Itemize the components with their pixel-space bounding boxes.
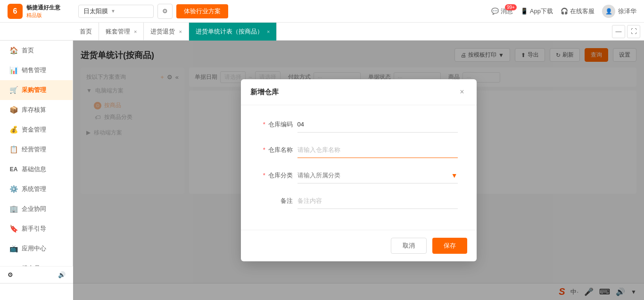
tab-purchase-stats-close-icon[interactable]: × (267, 29, 270, 34)
sound-icon[interactable]: 🔊 (58, 271, 66, 278)
system-icon: ⚙️ (9, 185, 18, 193)
sidebar-item-finance[interactable]: 💰 资金管理 (0, 120, 73, 140)
sidebar-item-sales[interactable]: 📊 销售管理 (0, 60, 73, 80)
required-star-category: * (263, 172, 265, 179)
category-label: * 仓库分类 (260, 171, 293, 180)
message-button[interactable]: 💬 消息 99+ (491, 7, 513, 16)
sidebar-item-enterprise-label: 企业协同 (22, 205, 46, 213)
top-center: 日太阳膜 ▼ ⚙ 体验行业方案 (78, 4, 491, 19)
sidebar-bottom: ⚙ 🔊 (0, 266, 73, 283)
top-right: 💬 消息 99+ 📱 App下载 🎧 在线客服 👤 徐泽华 (491, 5, 636, 18)
warehouse-name-input[interactable] (297, 142, 458, 158)
online-service-button[interactable]: 🎧 在线客服 (561, 7, 594, 16)
sidebar-item-enterprise[interactable]: 🏢 企业协同 (0, 199, 73, 219)
warehouse-code-input[interactable] (297, 117, 458, 133)
sidebar-item-purchase-label: 采购管理 (22, 86, 46, 94)
home-icon: 🏠 (9, 46, 18, 55)
sidebar-item-operations[interactable]: 📋 经营管理 (0, 140, 73, 159)
finance-icon: 💰 (9, 125, 18, 134)
app-download-icon: 📱 (520, 8, 528, 15)
sidebar-item-operations-label: 经营管理 (22, 145, 46, 154)
tab-account-label: 账套管理 (106, 27, 130, 36)
sidebar-item-app-center[interactable]: 📺 应用中心 (0, 239, 73, 258)
tab-purchase-return-label: 进货退货 (150, 27, 175, 36)
logo-icon: 6 (8, 4, 23, 19)
sidebar: 🏠 首页 📊 销售管理 🛒 采购管理 📦 库存核算 💰 资金管理 📋 经营管理 … (0, 41, 73, 300)
form-row-note: 备注 (260, 193, 458, 209)
code-label: * 仓库编码 (260, 120, 293, 129)
store-arrow-icon: ▼ (111, 8, 116, 14)
main-layout: 🏠 首页 📊 销售管理 🛒 采购管理 📦 库存核算 💰 资金管理 📋 经营管理 … (0, 41, 644, 300)
sales-icon: 📊 (9, 66, 18, 75)
tab-expand-button[interactable]: ⛶ (627, 25, 640, 38)
gear-button[interactable]: ⚙ (157, 4, 173, 19)
required-star-name: * (263, 146, 265, 153)
inventory-icon: 📦 (9, 106, 18, 114)
tab-purchase-return[interactable]: 进货退货 × (144, 23, 189, 41)
tab-home[interactable]: 首页 (73, 23, 99, 41)
user-name: 徐泽华 (618, 7, 636, 16)
sidebar-item-finance-label: 资金管理 (22, 125, 46, 134)
operations-icon: 📋 (9, 145, 18, 154)
basic-info-icon: EA (9, 165, 18, 174)
sidebar-item-system[interactable]: ⚙️ 系统管理 (0, 179, 73, 199)
category-select-input[interactable] (297, 170, 451, 181)
settings-bottom-icon[interactable]: ⚙ (8, 271, 13, 278)
sidebar-item-purchase[interactable]: 🛒 采购管理 (0, 80, 73, 100)
logo-area: 6 畅捷通好生意 精品版 (8, 4, 78, 19)
sidebar-item-home[interactable]: 🏠 首页 (0, 41, 73, 60)
top-header: 6 畅捷通好生意 精品版 日太阳膜 ▼ ⚙ 体验行业方案 💬 消息 99+ 📱 … (0, 0, 644, 23)
headset-icon: 🎧 (561, 8, 568, 15)
sidebar-item-system-label: 系统管理 (22, 185, 46, 193)
trial-button[interactable]: 体验行业方案 (176, 4, 228, 18)
sidebar-item-basic-info-label: 基础信息 (22, 165, 46, 174)
name-label: * 仓库名称 (260, 146, 293, 154)
modal-header: 新增仓库 × (241, 79, 477, 105)
tab-purchase-stats-label: 进货单统计表（按商品） (196, 27, 263, 36)
warehouse-note-input[interactable] (297, 193, 458, 209)
tab-account[interactable]: 账套管理 × (99, 23, 144, 41)
tabs-bar: 首页 账套管理 × 进货退货 × 进货单统计表（按商品） × — ⛶ (0, 23, 644, 41)
sidebar-item-guide[interactable]: 🔖 新手引导 (0, 219, 73, 239)
sidebar-item-guide-label: 新手引导 (22, 225, 46, 233)
content-area: 进货单统计(按商品) 🖨 按模板打印 ▼ ⬆ 导出 ↻ 刷新 (73, 41, 644, 300)
message-badge: 99+ (505, 4, 517, 10)
required-star-code: * (263, 121, 265, 128)
sidebar-item-inventory-label: 库存核算 (22, 106, 46, 114)
cancel-button[interactable]: 取消 (391, 238, 427, 254)
sidebar-item-app-center-label: 应用中心 (22, 244, 46, 253)
form-row-name: * 仓库名称 (260, 142, 458, 158)
store-selector[interactable]: 日太阳膜 ▼ (78, 5, 154, 18)
enterprise-icon: 🏢 (9, 205, 18, 213)
modal-body: * 仓库编码 * 仓库名称 (241, 105, 477, 230)
store-name: 日太阳膜 (83, 7, 108, 16)
tab-purchase-stats[interactable]: 进货单统计表（按商品） × (189, 23, 277, 41)
gear-icon: ⚙ (162, 8, 168, 15)
tab-minimize-button[interactable]: — (612, 25, 625, 38)
modal-overlay: 新增仓库 × * 仓库编码 (73, 41, 644, 300)
message-icon: 💬 (491, 8, 499, 15)
form-row-category: * 仓库分类 ▼ (260, 167, 458, 183)
app-download-button[interactable]: 📱 App下载 (520, 7, 553, 16)
modal-new-warehouse: 新增仓库 × * 仓库编码 (241, 79, 477, 261)
sidebar-item-sales-label: 销售管理 (22, 66, 46, 75)
modal-title: 新增仓库 (250, 88, 279, 97)
tab-purchase-return-close-icon[interactable]: × (179, 29, 182, 34)
app-center-icon: 📺 (9, 244, 18, 253)
form-row-code: * 仓库编码 (260, 117, 458, 133)
save-button[interactable]: 保存 (432, 238, 467, 254)
purchase-icon: 🛒 (9, 86, 18, 94)
tab-home-label: 首页 (80, 27, 92, 36)
tab-account-close-icon[interactable]: × (134, 29, 137, 34)
category-select-wrapper: ▼ (297, 167, 458, 183)
category-dropdown-icon[interactable]: ▼ (451, 172, 458, 179)
sidebar-item-home-label: 首页 (22, 46, 34, 55)
user-menu[interactable]: 👤 徐泽华 (602, 5, 636, 18)
sidebar-item-inventory[interactable]: 📦 库存核算 (0, 100, 73, 120)
guide-icon: 🔖 (9, 225, 18, 233)
avatar: 👤 (602, 5, 615, 18)
logo-text: 畅捷通好生意 精品版 (26, 4, 60, 19)
sidebar-item-basic-info[interactable]: EA 基础信息 (0, 159, 73, 179)
note-label: 备注 (260, 197, 293, 205)
modal-close-button[interactable]: × (457, 87, 467, 97)
